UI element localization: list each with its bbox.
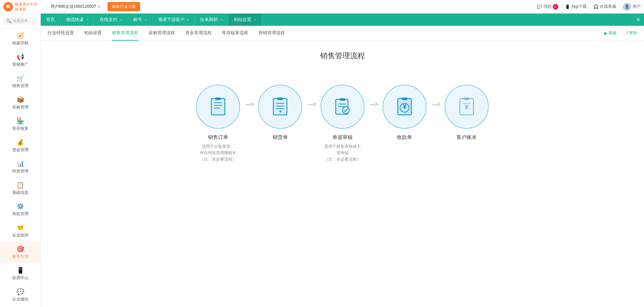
tab-initial-setup-label: 初始设置 [234,17,251,23]
trial-button[interactable]: 体验行业方案 [108,2,140,11]
sidebar-search-area: 🔍 搜索菜单 [0,14,40,28]
flow-circle-customer-ledger: ¥ [445,85,489,129]
top-bar-right: 💬 消息 6 📱 App下载 🎧 在线客服 👤 用户 [537,3,641,11]
flow-circle-sales-order [196,85,240,129]
sidebar-item-collab-label: 企业协同 [12,232,28,238]
flow-item-receipt[interactable]: ¥ 收款单 [374,85,435,143]
online-service-button[interactable]: 🎧 在线客服 [593,4,616,9]
tab-account[interactable]: 账号 × [128,14,153,26]
help-link[interactable]: ? 帮助 [626,30,637,36]
app-center-icon: 📱 [17,267,24,274]
tab-initial-setup[interactable]: 初始设置 × [228,14,262,26]
app-icon: 📱 [565,4,570,9]
sidebar-item-marketing[interactable]: 📢 营销推广 [0,50,40,71]
tab-initial-setup-close[interactable]: × [254,18,256,22]
flow-label-doc-review: 单据审核 [332,134,353,141]
svg-text:¥: ¥ [465,103,469,111]
sub-tab-finance-flow[interactable]: 资金管理流程 [185,26,212,41]
sidebar-item-quick-nav[interactable]: 🧭 快捷导航 [0,28,40,50]
sub-tab-industry[interactable]: 行业特性设置 [47,26,74,41]
inventory-icon: 🏪 [17,117,24,125]
flow-item-doc-review[interactable]: 单据审核 适用于财务审核或主管审核（注：非必要流程） [312,85,373,163]
chevron-down-icon: ▼ [98,5,101,8]
sidebar-item-operation-label: 经营管理 [12,168,28,174]
sub-tab-sales-flow[interactable]: 销售管理流程 [112,26,138,41]
page-title: 销售管理流程 [54,51,630,61]
headset-icon: 🎧 [593,4,599,9]
tab-invite-close[interactable]: × [187,18,189,22]
tab-account-close[interactable]: × [145,18,147,22]
svg-rect-4 [215,98,221,100]
sidebar-item-inventory-label: 库存核算 [12,126,28,131]
tab-invite[interactable]: 邀请下游客户 × [153,14,195,26]
guide-icon: 🎯 [17,245,24,253]
sidebar-item-guide[interactable]: 🎯 新手引导 [0,242,40,263]
message-button[interactable]: 💬 消息 6 [537,4,558,9]
flow-label-sales-order: 销售订单 [208,134,228,141]
sidebar-item-sales-label: 销售管理 [12,83,28,89]
sidebar-item-finance[interactable]: 💰 资金管理 [0,135,40,157]
search-box[interactable]: 🔍 搜索菜单 [3,17,38,25]
sidebar-item-basic-info[interactable]: 📋 基础信息 [0,178,40,199]
tab-initial-period-close[interactable]: × [220,18,222,22]
video-link[interactable]: ▶ 视频 [604,30,617,36]
flow-item-sales-order[interactable]: 销售订单 适用于分批发货、有合同发货周期较长（注：非必要流程） [188,85,249,163]
user-selector[interactable]: 用户690企业1660120507 ▼ [47,2,104,12]
logo-text: 畅康通好生意 标准版 [15,2,37,12]
sub-tab-initial-label: 初始设置 [84,30,102,36]
sidebar-item-app-center[interactable]: 📱 应用中心 [0,263,40,285]
sidebar-item-finance-label: 资金管理 [12,147,28,153]
sidebar-item-system[interactable]: ⚙️ 系统管理 [0,199,40,221]
sub-tab-finance-flow-label: 资金管理流程 [185,30,212,36]
sidebar-item-purchase-label: 采购管理 [12,104,28,110]
svg-rect-20 [464,98,469,100]
flow-label-receipt: 收款单 [397,134,412,141]
user-profile-button[interactable]: 👤 用户 [623,3,641,11]
tab-payment-close[interactable]: × [120,18,122,22]
collab-icon: 🤝 [17,224,24,231]
sidebar-item-wechat[interactable]: 💬 企业微信 [0,285,40,306]
flow-item-customer-ledger[interactable]: ¥ 客户账本 [436,85,497,143]
nav-tabs: 首页 物流快递 × 在线支付 × 账号 × 邀请下游客户 × 往来期初 × 初始… [41,14,644,26]
sub-tab-purchase-flow-label: 采购管理流程 [149,30,175,36]
tab-home-label: 首页 [46,17,55,23]
wechat-icon: 💬 [17,288,24,295]
app-download-button[interactable]: 📱 App下载 [565,4,587,9]
close-all-tabs-button[interactable]: × [632,14,644,26]
flow-item-sales-invoice[interactable]: 销货单 [250,85,311,143]
main-content: 行业特性设置 初始设置 销售管理流程 采购管理流程 资金管理流程 库存核算流程 … [41,26,644,307]
system-icon: ⚙️ [17,203,24,210]
sidebar-item-inventory[interactable]: 🏪 库存核算 [0,114,40,135]
sidebar-item-operation[interactable]: 📊 经营管理 [0,157,40,178]
sub-tab-inventory-flow-label: 库存核算流程 [222,30,248,36]
tab-logistics-label: 物流快递 [66,17,84,23]
message-icon: 💬 [537,4,542,9]
sidebar-item-collab[interactable]: 🤝 企业协同 [0,221,40,242]
page-body: 销售管理流程 销售订单 适用于分批发货、有合同发货周期较长（注：非必要流程） [41,41,644,180]
tab-logistics-close[interactable]: × [86,18,89,22]
sub-tab-inventory-flow[interactable]: 库存核算流程 [222,26,248,41]
flow-diagram: 销售订单 适用于分批发货、有合同发货周期较长（注：非必要流程） - - -> [54,78,630,170]
top-bar: 畅 畅康通好生意 标准版 用户690企业1660120507 ▼ 体验行业方案 … [0,0,644,14]
tab-home[interactable]: 首页 [41,14,61,26]
sub-tab-initial[interactable]: 初始设置 [84,26,102,41]
flow-circle-receipt: ¥ [383,85,427,129]
flow-desc-sales-order: 适用于分批发货、有合同发货周期较长（注：非必要流程） [200,143,236,163]
search-icon: 🔍 [6,18,12,23]
basic-info-icon: 📋 [17,181,24,189]
sidebar-item-sales[interactable]: 🛒 销售管理 [0,71,40,93]
flow-label-sales-invoice: 销货单 [273,134,288,141]
tab-payment[interactable]: 在线支付 × [94,14,128,26]
flow-desc-doc-review: 适用于财务审核或主管审核（注：非必要流程） [324,143,361,163]
message-badge: 6 [553,4,558,9]
svg-rect-11 [340,98,345,101]
sidebar-item-app-center-label: 应用中心 [12,275,28,281]
tab-logistics[interactable]: 物流快递 × [61,14,94,26]
sidebar-item-guide-label: 新手引导 [12,254,28,260]
sidebar: 🔍 搜索菜单 🧭 快捷导航 📢 营销推广 🛒 销售管理 📦 采购管理 🏪 库存核… [0,14,41,307]
sidebar-item-purchase[interactable]: 📦 采购管理 [0,93,40,114]
sub-tab-purchase-flow[interactable]: 采购管理流程 [149,26,175,41]
tab-initial-period[interactable]: 往来期初 × [195,14,228,26]
sub-tab-marketing-flow-label: 营销管理流程 [258,30,285,36]
sub-tab-marketing-flow[interactable]: 营销管理流程 [258,26,285,41]
